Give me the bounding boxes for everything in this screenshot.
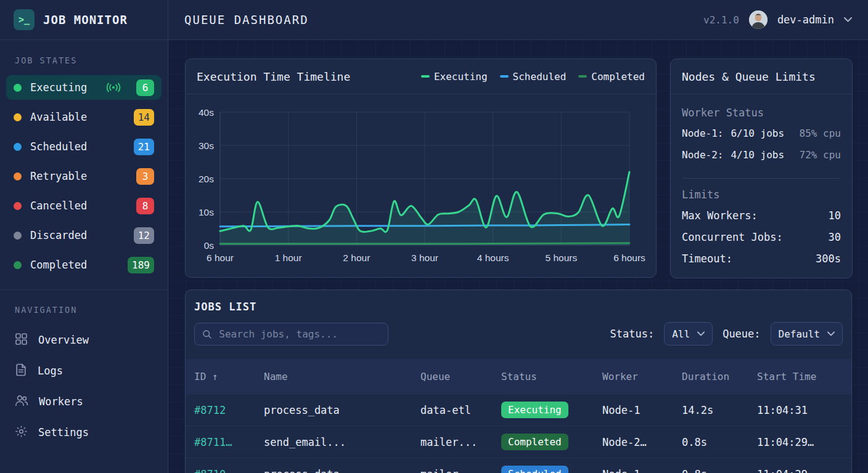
sidebar-state-item[interactable]: Discarded 12	[6, 223, 162, 248]
navigation-list: Overview Logs Workers Settings	[6, 325, 162, 448]
svg-text:6 hours: 6 hours	[613, 253, 645, 263]
sidebar: JOB STATES Executing 6 Avail	[0, 39, 168, 473]
live-broadcast-icon	[105, 83, 121, 92]
job-worker: Node-1	[594, 404, 673, 416]
column-header[interactable]: Status	[493, 371, 594, 382]
column-header[interactable]: Start Time	[748, 371, 851, 382]
nav-label: Overview	[38, 334, 89, 346]
status-badge: Executing	[501, 402, 568, 418]
job-queue: data-etl	[412, 404, 493, 416]
job-name: process_data	[255, 468, 412, 473]
legend-label: Scheduled	[513, 71, 567, 83]
sidebar-state-item[interactable]: Retryable 3	[6, 164, 162, 188]
state-label: Completed	[30, 259, 119, 271]
queue-dashboard-app: >_ JOB MONITOR QUEUE DASHBOARD v2.1.0 de…	[0, 0, 868, 473]
chart-card-header: Execution Time Timeline Executing Schedu…	[186, 59, 656, 94]
job-id-link[interactable]: #8712	[186, 404, 255, 416]
legend-item[interactable]: Completed	[578, 71, 645, 83]
sidebar-nav-item[interactable]: Workers	[6, 386, 162, 417]
version-label: v2.1.0	[703, 14, 739, 26]
limit-value: 300s	[816, 253, 841, 265]
queue-filter-select[interactable]: Default	[771, 322, 843, 346]
node-name: Node-1:	[682, 127, 723, 139]
sidebar-state-item[interactable]: Completed 189	[6, 253, 162, 277]
username[interactable]: dev-admin	[777, 14, 834, 26]
state-count-badge: 6	[136, 79, 154, 96]
sidebar-state-item[interactable]: Available 14	[6, 105, 162, 129]
sidebar-state-item[interactable]: Executing 6	[6, 75, 162, 100]
header-right: v2.1.0 dev-admin	[703, 10, 868, 29]
state-count-badge: 14	[134, 109, 154, 126]
job-id-link[interactable]: #8711…	[186, 436, 255, 448]
column-header[interactable]: ID ↑	[186, 371, 255, 382]
status-badge: Scheduled	[501, 466, 568, 473]
sidebar-nav-item[interactable]: Settings	[6, 417, 162, 448]
filters-right: Status: All Queue: Default	[610, 322, 843, 346]
jobs-search-box[interactable]	[194, 323, 388, 346]
nodes-divider	[682, 178, 841, 179]
worker-status-label: Worker Status	[682, 107, 841, 119]
gear-icon	[15, 425, 28, 440]
limit-row: Concurrent Jobs: 30	[682, 231, 841, 253]
queue-filter-label: Queue:	[723, 328, 760, 340]
chart-title: Execution Time Timeline	[197, 70, 350, 83]
job-duration: 0.8s	[673, 436, 748, 448]
nav-label: Logs	[38, 365, 63, 377]
jobs-table-header: ID ↑NameQueueStatusWorkerDurationStart T…	[186, 359, 851, 394]
job-name: process_data	[255, 404, 412, 416]
job-duration: 0.8s	[673, 468, 748, 473]
column-header[interactable]: Duration	[673, 371, 748, 382]
svg-text:1 hour: 1 hour	[275, 253, 302, 263]
job-name: send_email...	[255, 436, 412, 448]
state-label: Cancelled	[30, 200, 128, 212]
users-icon	[15, 394, 28, 409]
state-count-badge: 12	[134, 227, 154, 244]
jobs-list-title: JOBS LIST	[194, 301, 843, 313]
app-title: JOB MONITOR	[43, 13, 128, 26]
sidebar-state-item[interactable]: Scheduled 21	[6, 134, 162, 159]
top-header: >_ JOB MONITOR QUEUE DASHBOARD v2.1.0 de…	[0, 0, 868, 40]
state-count-badge: 21	[134, 139, 154, 155]
state-count-badge: 8	[136, 198, 154, 214]
chevron-down-icon	[827, 331, 835, 336]
node-cpu: 72% cpu	[800, 149, 841, 161]
jobs-filters-row: Status: All Queue: Default	[194, 322, 843, 346]
job-worker: Node-2…	[594, 436, 673, 448]
svg-text:4 hours: 4 hours	[477, 253, 509, 263]
timeline-chart-card: Execution Time Timeline Executing Schedu…	[185, 59, 657, 278]
main-content: Execution Time Timeline Executing Schedu…	[168, 39, 868, 473]
jobs-table-body: #8712 process_data data-etl Executing No…	[186, 394, 851, 473]
job-worker: Node-1	[594, 468, 673, 473]
chevron-down-icon[interactable]	[844, 17, 852, 22]
search-input[interactable]	[218, 328, 380, 341]
status-filter-select[interactable]: All	[664, 322, 713, 346]
job-start-time: 11:04:29…	[748, 436, 851, 448]
column-header[interactable]: Queue	[412, 371, 493, 382]
status-filter-label: Status:	[610, 328, 655, 340]
sidebar-nav-item[interactable]: Overview	[6, 325, 162, 355]
limits-list: Max Workers: 10 Concurrent Jobs: 30 Time…	[682, 209, 841, 274]
state-dot	[14, 172, 22, 180]
nodes-card-body: Worker Status Node-1: 6/10 jobs 85% cpu …	[671, 94, 852, 274]
nav-label: Settings	[38, 426, 89, 439]
column-header[interactable]: Name	[255, 371, 412, 382]
node-status-row: Node-2: 4/10 jobs 72% cpu	[682, 149, 841, 171]
sidebar-divider	[0, 289, 168, 290]
legend-item[interactable]: Scheduled	[500, 71, 567, 83]
avatar[interactable]	[749, 10, 768, 29]
state-label: Discarded	[30, 229, 125, 241]
sidebar-state-item[interactable]: Cancelled 8	[6, 193, 162, 218]
legend-item[interactable]: Executing	[421, 71, 488, 83]
table-row[interactable]: #8712 process_data data-etl Executing No…	[186, 394, 851, 426]
table-row[interactable]: #8710 process_data mailer Scheduled Node…	[186, 458, 851, 473]
job-status-cell: Scheduled	[493, 466, 594, 473]
column-header[interactable]: Worker	[594, 371, 673, 382]
job-duration: 14.2s	[673, 404, 748, 416]
table-row[interactable]: #8711… send_email... mailer... Completed…	[186, 426, 851, 458]
sidebar-nav-item[interactable]: Logs	[6, 355, 162, 386]
job-id-link[interactable]: #8710	[186, 468, 255, 473]
job-status-cell: Completed	[493, 434, 594, 450]
limit-name: Timeout:	[682, 253, 732, 265]
state-label: Retryable	[30, 170, 128, 182]
limit-row: Timeout: 300s	[682, 253, 841, 274]
